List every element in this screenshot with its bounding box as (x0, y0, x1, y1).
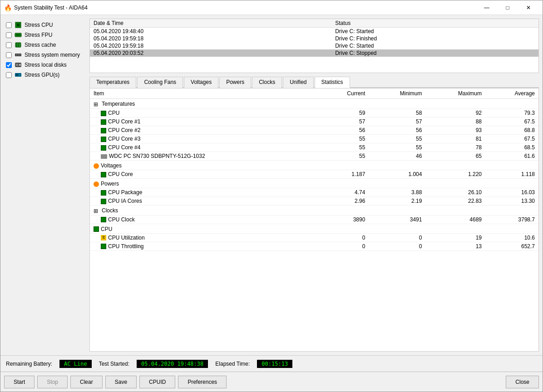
stats-data-row[interactable]: CPU Core1.1871.0041.2201.118 (90, 170, 538, 178)
right-panel: Date & Time Status 05.04.2020 19:48:40Dr… (89, 19, 539, 352)
test-started-value: 05.04.2020 19:48:38 (137, 360, 208, 368)
stats-group-row[interactable]: Powers (90, 178, 538, 188)
stats-group-name: ⊞Clocks (90, 205, 538, 215)
col-average: Average (485, 88, 538, 99)
stats-group-name: ⊞Temperatures (90, 99, 538, 109)
stress-item-stress-cache[interactable]: Stress cache (4, 40, 86, 49)
stress-item-stress-cpu[interactable]: Stress CPU (4, 20, 86, 29)
stats-maximum: 22.83 (425, 196, 485, 205)
stress-item-stress-fpu[interactable]: Stress FPU (4, 30, 86, 39)
preferences-button[interactable]: Preferences (178, 376, 227, 388)
maximize-button[interactable]: □ (497, 0, 518, 15)
stats-group-row[interactable]: Voltages (90, 160, 538, 170)
log-row[interactable]: 05.04.2020 19:59:18Drive C: Started (90, 42, 538, 49)
stats-current: 55 (320, 134, 369, 143)
stats-group-row[interactable]: ⊞Clocks (90, 205, 538, 215)
stress-item-stress-local[interactable]: Stress local disks (4, 60, 86, 69)
log-status: Drive C: Stopped (331, 49, 538, 57)
stress-item-stress-memory[interactable]: Stress system memory (4, 50, 86, 59)
app-icon: 🔥 (4, 4, 11, 11)
stats-average: 61.6 (485, 152, 538, 160)
stats-minimum: 0 (369, 242, 425, 250)
stats-minimum: 0 (369, 233, 425, 242)
tab-cooling-fans[interactable]: Cooling Fans (137, 77, 183, 88)
stats-data-row[interactable]: CPU Throttling0013652.7 (90, 242, 538, 250)
stats-area[interactable]: Item Current Minimum Maximum Average ⊞Te… (89, 88, 539, 352)
stress-local-checkbox[interactable] (6, 62, 12, 68)
stats-minimum: 58 (369, 108, 425, 117)
stats-minimum: 1.004 (369, 170, 425, 178)
log-row[interactable]: 05.04.2020 19:59:18Drive C: Finished (90, 35, 538, 42)
save-button[interactable]: Save (105, 376, 137, 388)
stress-cache-checkbox[interactable] (6, 42, 12, 48)
stress-fpu-checkbox[interactable] (6, 32, 12, 38)
cpuid-button[interactable]: CPUID (139, 376, 175, 388)
stop-button[interactable]: Stop (37, 376, 68, 388)
log-row[interactable]: 05.04.2020 19:48:40Drive C: Started (90, 28, 538, 35)
log-table: Date & Time Status 05.04.2020 19:48:40Dr… (90, 19, 538, 57)
stats-group-row[interactable]: CPU (90, 224, 538, 233)
stats-item-label: CPU Core (90, 170, 320, 178)
stress-gpu-checkbox[interactable] (6, 72, 12, 78)
stress-cpu-checkbox[interactable] (6, 22, 12, 28)
tab-unified[interactable]: Unified (283, 77, 313, 88)
close-button[interactable]: Close (506, 376, 539, 388)
stats-data-row[interactable]: CPU IA Cores2.962.1922.8313.30 (90, 196, 538, 205)
tab-clocks[interactable]: Clocks (252, 77, 282, 88)
svg-rect-1 (17, 24, 20, 26)
log-row[interactable]: 05.04.2020 20:03:52Drive C: Stopped (90, 49, 538, 57)
stats-item-label: CPU Clock (90, 215, 320, 224)
stats-data-row[interactable]: CPU Package4.743.8826.1016.03 (90, 188, 538, 196)
stress-gpu-label: Stress GPU(s) (25, 72, 59, 78)
stats-data-row[interactable]: CPU59589279.3 (90, 108, 538, 117)
stats-item-label: CPU (90, 108, 320, 117)
col-item: Item (90, 88, 320, 99)
stats-maximum: 4689 (425, 215, 485, 224)
svg-rect-9 (18, 54, 19, 55)
stats-data-row[interactable]: CPU Core #455557868.5 (90, 143, 538, 152)
stats-data-row[interactable]: CPU Core #157578867.5 (90, 117, 538, 126)
log-col-datetime: Date & Time (90, 19, 331, 28)
stress-item-stress-gpu[interactable]: Stress GPU(s) (4, 70, 86, 79)
stats-minimum: 2.19 (369, 196, 425, 205)
tab-voltages[interactable]: Voltages (184, 77, 218, 88)
svg-rect-10 (20, 54, 20, 55)
svg-rect-12 (16, 64, 18, 66)
stats-data-row[interactable]: CPU Clock3890349146893798.7 (90, 215, 538, 224)
stats-group-row[interactable]: ⊞Temperatures (90, 99, 538, 109)
svg-rect-3 (16, 34, 20, 36)
tab-statistics[interactable]: Statistics (315, 77, 350, 88)
start-button[interactable]: Start (4, 376, 35, 388)
stress-memory-checkbox[interactable] (6, 52, 12, 58)
stats-maximum: 81 (425, 134, 485, 143)
log-status: Drive C: Started (331, 42, 538, 49)
tab-powers[interactable]: Powers (219, 77, 251, 88)
stats-current: 3890 (320, 215, 369, 224)
stats-average: 13.30 (485, 196, 538, 205)
col-current: Current (320, 88, 369, 99)
stats-minimum: 3.88 (369, 188, 425, 196)
stats-data-row[interactable]: CPU Core #355558167.5 (90, 134, 538, 143)
stats-maximum: 65 (425, 152, 485, 160)
log-area[interactable]: Date & Time Status 05.04.2020 19:48:40Dr… (89, 19, 539, 73)
stats-data-row[interactable]: WDC PC SN730 SDBPNTY-512G-103255466561.6 (90, 152, 538, 160)
stats-minimum: 55 (369, 143, 425, 152)
tabs-bar: TemperaturesCooling FansVoltagesPowersCl… (89, 76, 539, 88)
stats-maximum: 78 (425, 143, 485, 152)
minimize-button[interactable]: — (476, 0, 497, 15)
stats-group-name: Powers (90, 178, 538, 188)
tab-temperatures[interactable]: Temperatures (89, 77, 136, 88)
stats-maximum: 88 (425, 117, 485, 126)
close-window-button[interactable]: ✕ (518, 0, 539, 15)
stress-gpu-icon (15, 71, 22, 78)
stats-data-row[interactable]: CPU Core #256569368.8 (90, 126, 538, 134)
stats-maximum: 92 (425, 108, 485, 117)
stress-local-label: Stress local disks (25, 62, 67, 68)
log-status: Drive C: Finished (331, 35, 538, 42)
stats-current: 1.187 (320, 170, 369, 178)
clear-button[interactable]: Clear (70, 376, 103, 388)
stress-cache-icon (15, 41, 22, 49)
stats-current: 56 (320, 126, 369, 134)
stats-data-row[interactable]: ⧖CPU Utilization001910.6 (90, 233, 538, 242)
svg-point-13 (19, 64, 21, 66)
